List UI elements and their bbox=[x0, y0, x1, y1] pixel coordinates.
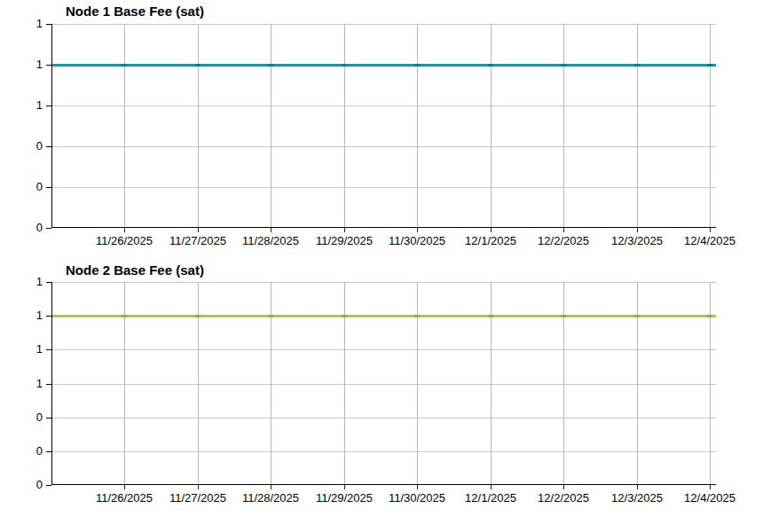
h-gridline bbox=[51, 187, 716, 188]
v-gridline bbox=[124, 24, 125, 228]
x-tick-mark bbox=[344, 228, 345, 232]
x-tick-mark bbox=[563, 228, 564, 232]
v-gridline bbox=[271, 24, 271, 228]
v-gridline bbox=[491, 24, 492, 228]
x-tick-mark bbox=[491, 485, 492, 489]
x-tick-mark bbox=[271, 485, 271, 489]
h-gridline bbox=[51, 24, 716, 25]
h-gridline bbox=[51, 282, 716, 283]
h-gridline bbox=[51, 418, 716, 419]
x-tick-label: 12/2/2025 bbox=[523, 234, 603, 248]
data-point-marker bbox=[634, 64, 640, 66]
x-tick-label: 12/4/2025 bbox=[670, 491, 750, 505]
h-gridline bbox=[51, 146, 716, 147]
data-point-marker bbox=[342, 315, 347, 317]
h-gridline bbox=[51, 349, 716, 350]
x-tick-mark bbox=[198, 485, 199, 489]
data-point-marker bbox=[342, 64, 347, 66]
data-point-marker bbox=[488, 64, 493, 66]
y-axis-line bbox=[51, 24, 52, 228]
chart-node-2-base-fee: Node 2 Base Fee (sat) 111100011/26/20251… bbox=[0, 259, 763, 532]
x-tick-mark bbox=[417, 485, 418, 489]
x-tick-mark bbox=[637, 228, 638, 232]
x-tick-label: 11/27/2025 bbox=[158, 234, 238, 248]
x-tick-label: 11/29/2025 bbox=[304, 491, 384, 505]
series-line bbox=[51, 315, 716, 317]
data-point-marker bbox=[707, 315, 712, 317]
data-point-marker bbox=[488, 315, 493, 317]
data-point-marker bbox=[122, 315, 127, 317]
x-tick-label: 11/26/2025 bbox=[84, 491, 164, 505]
data-point-marker bbox=[195, 315, 201, 317]
v-gridline bbox=[637, 282, 638, 485]
data-point-marker bbox=[561, 64, 566, 66]
v-gridline bbox=[563, 282, 564, 485]
data-point-marker bbox=[707, 64, 712, 66]
y-axis-line bbox=[51, 282, 52, 485]
x-tick-mark bbox=[491, 228, 492, 232]
v-gridline bbox=[198, 282, 199, 485]
x-axis-line bbox=[51, 484, 716, 485]
y-tick-label: 1 bbox=[0, 377, 43, 391]
chart-title: Node 2 Base Fee (sat) bbox=[66, 262, 204, 279]
plot-area bbox=[51, 24, 716, 228]
h-gridline bbox=[51, 384, 716, 385]
data-point-marker bbox=[122, 64, 127, 66]
data-point-marker bbox=[268, 64, 273, 66]
y-tick-label: 1 bbox=[0, 58, 43, 72]
x-tick-mark bbox=[710, 228, 711, 232]
data-point-marker bbox=[634, 315, 640, 317]
x-tick-label: 12/1/2025 bbox=[451, 491, 531, 505]
x-tick-label: 11/26/2025 bbox=[84, 234, 164, 248]
h-gridline bbox=[51, 106, 716, 106]
y-tick-label: 1 bbox=[0, 98, 43, 113]
y-tick-label: 0 bbox=[0, 221, 43, 235]
x-tick-mark bbox=[710, 485, 711, 489]
v-gridline bbox=[198, 24, 199, 228]
y-tick-label: 0 bbox=[0, 444, 43, 458]
x-tick-label: 11/28/2025 bbox=[231, 491, 311, 505]
x-tick-label: 12/1/2025 bbox=[451, 234, 531, 248]
x-tick-label: 11/27/2025 bbox=[158, 491, 238, 505]
x-tick-label: 12/4/2025 bbox=[670, 234, 750, 248]
v-gridline bbox=[491, 282, 492, 485]
x-tick-mark bbox=[417, 228, 418, 232]
y-tick-mark bbox=[46, 228, 51, 229]
x-tick-label: 12/2/2025 bbox=[523, 491, 603, 505]
v-gridline bbox=[344, 282, 345, 485]
y-tick-label: 0 bbox=[0, 478, 43, 492]
x-axis-line bbox=[51, 227, 716, 228]
v-gridline bbox=[344, 24, 345, 228]
x-tick-label: 12/3/2025 bbox=[597, 491, 677, 505]
v-gridline bbox=[563, 24, 564, 228]
data-point-marker bbox=[414, 315, 420, 317]
y-tick-label: 0 bbox=[0, 139, 43, 153]
x-tick-label: 11/29/2025 bbox=[304, 234, 384, 248]
v-gridline bbox=[417, 282, 418, 485]
chart-node-1-base-fee: Node 1 Base Fee (sat) 11100011/26/202511… bbox=[0, 0, 763, 259]
report-canvas: Node 1 Base Fee (sat) 11100011/26/202511… bbox=[0, 0, 763, 532]
v-gridline bbox=[124, 282, 125, 485]
x-tick-mark bbox=[198, 228, 199, 232]
x-tick-mark bbox=[124, 485, 125, 489]
y-tick-label: 1 bbox=[0, 275, 43, 289]
y-tick-label: 0 bbox=[0, 180, 43, 194]
y-tick-mark bbox=[46, 485, 51, 486]
series-line bbox=[51, 64, 716, 66]
x-tick-mark bbox=[124, 228, 125, 232]
h-gridline bbox=[51, 451, 716, 452]
v-gridline bbox=[710, 24, 711, 228]
plot-area bbox=[51, 282, 716, 485]
x-tick-label: 12/3/2025 bbox=[597, 234, 677, 248]
x-tick-mark bbox=[637, 485, 638, 489]
data-point-marker bbox=[195, 64, 201, 66]
y-tick-label: 1 bbox=[0, 309, 43, 323]
v-gridline bbox=[710, 282, 711, 485]
y-tick-label: 0 bbox=[0, 411, 43, 425]
x-tick-label: 11/30/2025 bbox=[377, 491, 457, 505]
v-gridline bbox=[271, 282, 271, 485]
v-gridline bbox=[417, 24, 418, 228]
x-tick-label: 11/28/2025 bbox=[231, 234, 311, 248]
x-tick-mark bbox=[344, 485, 345, 489]
y-tick-label: 1 bbox=[0, 342, 43, 356]
